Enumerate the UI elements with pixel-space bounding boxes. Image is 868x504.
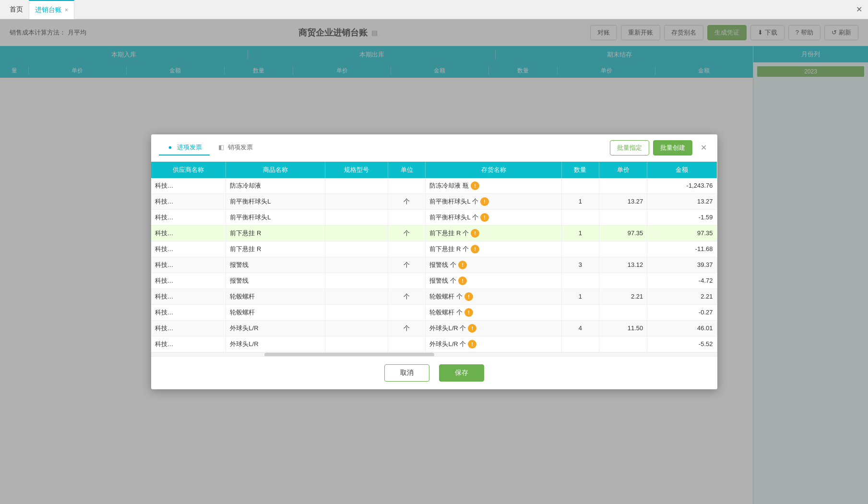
warning-icon: ! [464, 292, 473, 301]
window-close-icon[interactable]: ✕ [856, 5, 862, 14]
tab-home[interactable]: 首页 [4, 0, 29, 19]
tab-bar: 首页 进销台账 × ✕ [0, 0, 868, 19]
table-row: 科技…前下悬挂 R个前下悬挂 R 个!197.3597.35 [151, 225, 717, 241]
warning-icon: ! [468, 324, 476, 333]
table-row: 科技…前平衡杆球头L前平衡杆球头L 个!-1.59 [151, 209, 717, 225]
warning-icon: ! [480, 197, 489, 206]
warning-icon: ! [471, 245, 479, 253]
warning-icon: ! [480, 213, 489, 222]
table-row: 科技…轮毂螺杆个轮毂螺杆 个!12.212.21 [151, 288, 717, 304]
tab-close-icon[interactable]: × [65, 7, 68, 13]
warning-icon: ! [464, 308, 473, 317]
scrollbar-thumb [264, 353, 434, 356]
th-unit: 单位 [388, 162, 426, 178]
table-row: 科技…前下悬挂 R前下悬挂 R 个!-11.68 [151, 241, 717, 257]
th-inventory: 存货名称 [426, 162, 561, 178]
modal-table: 供应商名称 商品名称 规格型号 单位 存货名称 数量 单价 金额 科技…防冻冷却… [151, 162, 717, 352]
th-spec: 规格型号 [325, 162, 388, 178]
cancel-button[interactable]: 取消 [384, 364, 429, 382]
modal-dialog: ● 进项发票 ◧ 销项发票 批量指定 批量创建 ✕ [151, 134, 717, 389]
th-price: 单价 [599, 162, 647, 178]
table-row: 科技…外球头L/R外球头L/R 个!-5.52 [151, 336, 717, 352]
tab-sale-invoice[interactable]: ◧ 销项发票 [210, 140, 261, 156]
warning-icon: ! [471, 181, 479, 190]
th-product: 商品名称 [226, 162, 325, 178]
warning-icon: ! [458, 261, 467, 269]
table-row: 科技…外球头L/R个外球头L/R 个!411.5046.01 [151, 320, 717, 336]
modal-footer: 取消 保存 [151, 356, 717, 389]
tab-current[interactable]: 进销台账 × [29, 0, 74, 19]
batch-assign-button[interactable]: 批量指定 [610, 140, 649, 156]
th-supplier: 供应商名称 [151, 162, 226, 178]
batch-create-button[interactable]: 批量创建 [653, 140, 692, 156]
modal-close-icon[interactable]: ✕ [698, 142, 710, 154]
table-row: 科技…轮毂螺杆轮毂螺杆 个!-0.27 [151, 304, 717, 320]
warning-icon: ! [471, 229, 479, 238]
modal-overlay: ● 进项发票 ◧ 销项发票 批量指定 批量创建 ✕ [0, 19, 868, 504]
warning-icon: ! [458, 276, 467, 285]
warning-icon: ! [468, 340, 476, 348]
th-qty: 数量 [561, 162, 599, 178]
table-row: 科技…防冻冷却液防冻冷却液 瓶!-1,243.76 [151, 178, 717, 194]
table-row: 科技…前平衡杆球头L个前平衡杆球头L 个!113.2713.27 [151, 193, 717, 209]
save-button[interactable]: 保存 [439, 364, 484, 382]
tab-purchase-invoice[interactable]: ● 进项发票 [159, 140, 210, 156]
horizontal-scrollbar[interactable] [151, 352, 717, 356]
modal-header: ● 进项发票 ◧ 销项发票 批量指定 批量创建 ✕ [151, 134, 717, 162]
th-amount: 金额 [647, 162, 717, 178]
main-area: 销售成本计算方法： 月平均 商贸企业进销台账 ▤ 对账 重新开账 存货别名 生成… [0, 19, 868, 504]
modal-actions: 批量指定 批量创建 [610, 140, 692, 156]
table-row: 科技…报警线个报警线 个!313.1239.37 [151, 257, 717, 273]
purchase-tab-icon: ● [166, 144, 174, 151]
table-row: 科技…报警线报警线 个!-4.72 [151, 273, 717, 288]
sale-tab-icon: ◧ [217, 144, 225, 151]
modal-tabs: ● 进项发票 ◧ 销项发票 [159, 140, 610, 156]
